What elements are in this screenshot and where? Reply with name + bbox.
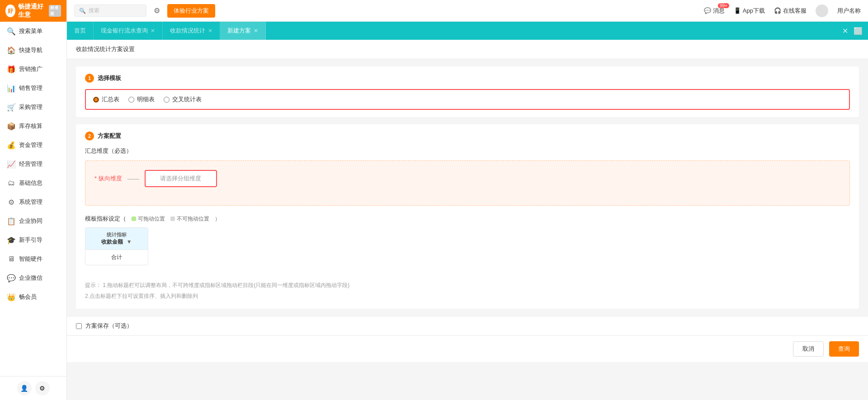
metrics-legend: 可拖动位置 不可拖动位置 ）	[132, 215, 220, 223]
sidebar-item-inventory[interactable]: 📦 库存核算	[0, 117, 66, 136]
sidebar-item-operations[interactable]: 📈 经营管理	[0, 155, 66, 174]
fixed-label: 不可拖动位置	[177, 215, 209, 223]
sidebar-user-icon[interactable]: 👤	[17, 381, 32, 395]
tip-line-2: 2.点击标题栏下拉可设置排序、插入列和删除列	[85, 291, 850, 301]
sidebar-item-label: 畅会员	[19, 293, 37, 301]
cancel-button[interactable]: 取消	[793, 341, 824, 357]
sidebar-item-capital[interactable]: 💰 资金管理	[0, 136, 66, 155]
settings-icon[interactable]: ⚙	[154, 6, 160, 15]
step2-title: 方案配置	[98, 132, 121, 140]
tip-line-1: 提示： 1.拖动标题栏可以调整布局，不可跨维度或指标区域拖动栏目段(只能在同一维…	[85, 280, 850, 291]
logo-text: 畅捷通好生意	[18, 3, 47, 19]
tab-new-plan-close[interactable]: ✕	[254, 28, 258, 34]
sidebar-item-member[interactable]: 👑 畅会员	[0, 287, 66, 306]
template-selection: 汇总表 明细表 交叉统计表	[85, 89, 850, 110]
radio-detail-input[interactable]	[128, 97, 134, 103]
movable-label: 可拖动位置	[138, 215, 165, 223]
main-area: 🔍 搜索 ⚙ 体验行业方案 💬 消息 99+ 📱 App下载 🎧 在线客服 用户…	[67, 0, 868, 400]
fixed-dot	[170, 216, 175, 221]
radio-detail[interactable]: 明细表	[128, 95, 155, 104]
service-label: 在线客服	[783, 7, 807, 15]
sidebar-item-enterprise[interactable]: 📋 企业协同	[0, 212, 66, 231]
sidebar-item-label: 经营管理	[19, 160, 42, 168]
sidebar-item-purchase[interactable]: 🛒 采购管理	[0, 98, 66, 117]
header: 🔍 搜索 ⚙ 体验行业方案 💬 消息 99+ 📱 App下载 🎧 在线客服 用户…	[67, 0, 868, 22]
dimension-arrow-icon: ——	[127, 175, 139, 182]
hardware-icon: 🖥	[7, 255, 15, 263]
tab-receipt-stats[interactable]: 收款情况统计 ✕	[163, 22, 220, 40]
radio-detail-label: 明细表	[137, 95, 155, 104]
tab-bar: 首页 现金银行流水查询 ✕ 收款情况统计 ✕ 新建方案 ✕ ✕ ⬜	[67, 22, 868, 40]
step1-number: 1	[85, 74, 94, 83]
sidebar-settings-icon[interactable]: ⚙	[35, 381, 50, 395]
service-button[interactable]: 🎧 在线客服	[774, 7, 807, 15]
gift-icon: 🎁	[7, 65, 15, 73]
sidebar-item-quick-nav[interactable]: 🏠 快捷导航	[0, 41, 66, 60]
sidebar-item-search-menu[interactable]: 🔍 搜索菜单	[0, 22, 66, 41]
sidebar-item-label: 采购管理	[19, 103, 42, 111]
tips-section: 提示： 1.拖动标题栏可以调整布局，不可跨维度或指标区域拖动栏目段(只能在同一维…	[85, 280, 850, 301]
vertical-dimension-label: * 纵向维度	[94, 174, 122, 183]
metrics-table: 统计指标 收款金额 ▼ 合计	[85, 227, 148, 265]
tab-new-plan-label: 新建方案	[227, 27, 251, 35]
sidebar-item-basic-info[interactable]: 🗂 基础信息	[0, 174, 66, 193]
gear-icon: ⚙	[7, 198, 15, 206]
crown-icon: 👑	[7, 293, 15, 301]
movable-dot	[132, 216, 136, 221]
dimension-title: 汇总维度（必选）	[85, 147, 850, 155]
sidebar-item-wechat[interactable]: 💬 企业微信	[0, 268, 66, 287]
sidebar-item-label: 库存核算	[19, 122, 42, 130]
tab-home[interactable]: 首页	[67, 22, 94, 40]
dimension-placeholder[interactable]: 请选择分组维度	[145, 170, 217, 187]
tab-new-plan[interactable]: 新建方案 ✕	[220, 22, 266, 40]
money-icon: 💰	[7, 141, 15, 149]
radio-summary[interactable]: 汇总表	[93, 95, 119, 104]
save-section: 方案保存（可选）	[67, 316, 868, 335]
message-button[interactable]: 💬 消息 99+	[704, 7, 725, 15]
tab-close-icon[interactable]: ✕	[842, 27, 848, 35]
template-radio-group: 汇总表 明细表 交叉统计表	[93, 95, 202, 104]
sidebar-item-label: 基础信息	[19, 179, 42, 187]
trial-button[interactable]: 体验行业方案	[167, 4, 215, 18]
tab-bank-flow[interactable]: 现金银行流水查询 ✕	[94, 22, 163, 40]
sidebar-item-system[interactable]: ⚙ 系统管理	[0, 193, 66, 212]
sidebar-item-label: 企业协同	[19, 217, 42, 225]
metrics-column-label[interactable]: 收款金额	[101, 239, 123, 245]
chat-icon: 💬	[7, 274, 15, 282]
step1-header: 1 选择模板	[85, 74, 850, 83]
radio-summary-input[interactable]	[93, 97, 99, 103]
tab-receipt-stats-close[interactable]: ✕	[208, 28, 212, 34]
content-breadcrumb: 收款情况统计方案设置	[67, 40, 868, 59]
query-button[interactable]: 查询	[829, 341, 859, 357]
sidebar-item-sales[interactable]: 📊 销售管理	[0, 79, 66, 98]
metrics-table-header: 统计指标 收款金额 ▼	[85, 228, 148, 250]
footer-actions: 取消 查询	[67, 335, 868, 362]
logo-icon: 好	[5, 5, 15, 17]
service-icon: 🎧	[774, 7, 781, 14]
sidebar-item-marketing[interactable]: 🎁 营销推广	[0, 60, 66, 79]
radio-cross-input[interactable]	[164, 97, 170, 103]
tab-bank-flow-close[interactable]: ✕	[151, 28, 155, 34]
search-placeholder-text: 搜索	[89, 7, 99, 14]
tab-bar-actions: ✕ ⬜	[837, 22, 868, 40]
step1-title: 选择模板	[98, 74, 121, 82]
guide-icon: 🎓	[7, 236, 15, 244]
step1-section: 1 选择模板 汇总表 明细表	[76, 66, 859, 117]
sidebar-item-hardware[interactable]: 🖥 智能硬件	[0, 249, 66, 268]
tab-expand-icon[interactable]: ⬜	[854, 27, 863, 35]
avatar[interactable]	[816, 5, 828, 17]
save-checkbox[interactable]	[76, 323, 82, 329]
sidebar-item-label: 系统管理	[19, 198, 42, 206]
chart-icon: 📈	[7, 160, 15, 168]
header-search-box[interactable]: 🔍 搜索	[74, 5, 146, 17]
metrics-table-row: 合计	[85, 250, 148, 265]
sidebar-item-label: 智能硬件	[19, 255, 42, 263]
download-button[interactable]: 📱 App下载	[734, 7, 765, 15]
content-body: 1 选择模板 汇总表 明细表	[67, 59, 868, 316]
sidebar-item-guide[interactable]: 🎓 新手引导	[0, 231, 66, 249]
radio-cross[interactable]: 交叉统计表	[164, 95, 202, 104]
sidebar-item-label: 销售管理	[19, 84, 42, 92]
cart-icon: 🛒	[7, 103, 15, 111]
content-area: 收款情况统计方案设置 1 选择模板 汇总表	[67, 40, 868, 400]
metrics-dropdown-arrow[interactable]: ▼	[127, 239, 132, 245]
